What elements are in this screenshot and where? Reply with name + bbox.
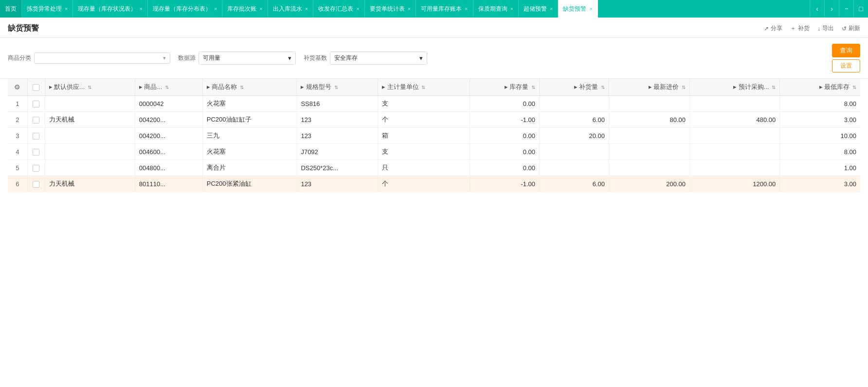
nav-maximize-button[interactable]: □ <box>853 0 868 18</box>
row-stock: -1.00 <box>470 176 540 192</box>
row-check[interactable] <box>27 176 45 192</box>
row-product-name: 火花塞 <box>202 144 297 160</box>
nav-tab-overstock[interactable]: 超储预警× <box>519 0 558 18</box>
nav-tab-abnormal[interactable]: 拣货异常处理× <box>22 0 73 18</box>
nav-tab-inout-flow[interactable]: 出入库流水× <box>268 0 313 18</box>
row-estimated-purchase: 1200.00 <box>689 176 779 192</box>
close-tab-batch-account[interactable]: × <box>259 6 262 12</box>
row-estimated-purchase <box>689 160 779 176</box>
replenish-basis-value: 安全库存 <box>334 54 358 62</box>
header-actions: ↗ 分享 ＋ 补货 ↓ 导出 ↺ 刷新 <box>764 24 860 33</box>
row-unit: 支 <box>378 144 470 160</box>
row-checkbox-0[interactable] <box>33 101 39 107</box>
select-all-checkbox[interactable] <box>33 84 39 91</box>
close-tab-shortage[interactable]: × <box>589 6 592 12</box>
replenish-basis-select[interactable]: 安全库存 ▾ <box>330 52 427 65</box>
latest-price-sort-icon[interactable]: ⇅ <box>682 85 686 90</box>
col-header-settings[interactable]: ⚙ <box>8 79 27 96</box>
row-checkbox-1[interactable] <box>33 117 39 123</box>
category-label: 商品分类 <box>8 54 31 62</box>
row-replenish-qty: 6.00 <box>540 112 609 128</box>
row-replenish-qty <box>540 96 609 112</box>
row-min-stock: 3.00 <box>780 176 860 192</box>
row-product-code: 004600... <box>135 144 202 160</box>
row-check[interactable] <box>27 112 45 128</box>
export-icon: ↓ <box>817 25 820 32</box>
close-tab-receive-summary[interactable]: × <box>356 6 359 12</box>
row-checkbox-2[interactable] <box>33 133 39 140</box>
export-button[interactable]: ↓ 导出 <box>817 24 834 33</box>
settings-button[interactable]: 设置 <box>832 59 860 72</box>
nav-prev-button[interactable]: ‹ <box>810 0 824 18</box>
table-row: 6 力天机械 801110... PC200张紧油缸 123 个 -1.00 6… <box>8 176 860 192</box>
nav-tab-batch-account[interactable]: 库存批次账× <box>222 0 268 18</box>
nav-tab-demand-stats[interactable]: 要货单统计表× <box>365 0 416 18</box>
row-stock: 0.00 <box>470 128 540 144</box>
row-checkbox-4[interactable] <box>33 165 39 172</box>
col-header-spec: ▸ 规格型号 ⇅ <box>297 79 378 96</box>
nav-tab-expiry-query[interactable]: 保质期查询× <box>473 0 519 18</box>
table-header: ⚙ ▸ 默认供应... ⇅ ▸ 商品... ⇅ ▸ 商品名称 <box>8 79 860 96</box>
row-spec: 123 <box>297 112 378 128</box>
col-header-latest-price-label: ▸ 最新进价 <box>649 83 679 90</box>
row-num: 1 <box>8 96 27 112</box>
share-button[interactable]: ↗ 分享 <box>764 24 782 33</box>
row-estimated-purchase <box>689 128 779 144</box>
row-estimated-purchase: 480.00 <box>689 112 779 128</box>
row-supplier: 力天机械 <box>45 112 135 128</box>
close-tab-inventory-dist[interactable]: × <box>214 6 217 12</box>
table-settings-icon[interactable]: ⚙ <box>14 83 20 91</box>
unit-sort-icon[interactable]: ⇅ <box>421 85 425 90</box>
product-name-sort-icon[interactable]: ⇅ <box>240 85 244 90</box>
close-tab-inventory-status[interactable]: × <box>139 6 142 12</box>
nav-tab-receive-summary[interactable]: 收发存汇总表× <box>313 0 364 18</box>
close-tab-demand-stats[interactable]: × <box>408 6 411 12</box>
nav-minimize-button[interactable]: － <box>839 0 853 18</box>
datasource-label: 数据源 <box>178 54 196 62</box>
replenish-button[interactable]: ＋ 补货 <box>790 24 810 33</box>
row-spec: 123 <box>297 176 378 192</box>
row-replenish-qty <box>540 144 609 160</box>
datasource-select[interactable]: 可用量 ▾ <box>199 52 296 65</box>
spec-sort-icon[interactable]: ⇅ <box>334 85 338 90</box>
row-product-name: 三九 <box>202 128 297 144</box>
row-num: 3 <box>8 128 27 144</box>
refresh-button[interactable]: ↺ 刷新 <box>842 24 860 33</box>
row-supplier <box>45 144 135 160</box>
supplier-sort-icon[interactable]: ⇅ <box>88 85 91 90</box>
nav-tab-inventory-status[interactable]: 现存量（库存状况表）× <box>73 0 147 18</box>
replenish-basis-label: 补货基数 <box>304 54 327 62</box>
close-tab-available-ledger[interactable]: × <box>465 6 468 12</box>
col-header-supplier: ▸ 默认供应... ⇅ <box>45 79 135 96</box>
product-code-sort-icon[interactable]: ⇅ <box>165 85 169 90</box>
close-tab-abnormal[interactable]: × <box>65 6 68 12</box>
estimated-purchase-sort-icon[interactable]: ⇅ <box>772 85 776 90</box>
page-header: 缺货预警 ↗ 分享 ＋ 补货 ↓ 导出 ↺ 刷新 <box>0 18 868 38</box>
row-checkbox-5[interactable] <box>33 181 39 188</box>
row-check[interactable] <box>27 144 45 160</box>
col-header-check[interactable] <box>27 79 45 96</box>
close-tab-inout-flow[interactable]: × <box>305 6 308 12</box>
category-select[interactable]: ▾ <box>34 53 170 64</box>
nav-tab-home[interactable]: 首页 <box>0 0 22 18</box>
share-icon: ↗ <box>764 25 769 32</box>
replenish-qty-sort-icon[interactable]: ⇅ <box>601 85 605 90</box>
nav-tab-inventory-dist[interactable]: 现存量（库存分布表）× <box>148 0 222 18</box>
nav-tab-shortage[interactable]: 缺货预警× <box>558 0 597 18</box>
col-header-supplier-label: ▸ 默认供应... <box>49 83 85 90</box>
nav-next-button[interactable]: › <box>824 0 839 18</box>
row-check[interactable] <box>27 128 45 144</box>
query-button[interactable]: 查询 <box>832 44 860 57</box>
row-supplier <box>45 160 135 176</box>
col-header-product-code-label: ▸ 商品... <box>139 83 162 90</box>
min-stock-sort-icon[interactable]: ⇅ <box>852 85 856 90</box>
row-check[interactable] <box>27 160 45 176</box>
close-tab-overstock[interactable]: × <box>550 6 553 12</box>
stock-sort-icon[interactable]: ⇅ <box>531 85 535 90</box>
row-product-name: 离合片 <box>202 160 297 176</box>
close-tab-expiry-query[interactable]: × <box>510 6 513 12</box>
nav-tab-available-ledger[interactable]: 可用量库存账本× <box>416 0 473 18</box>
row-checkbox-3[interactable] <box>33 149 39 156</box>
col-header-estimated-purchase: ▸ 预计采购... ⇅ <box>689 79 779 96</box>
row-check[interactable] <box>27 96 45 112</box>
